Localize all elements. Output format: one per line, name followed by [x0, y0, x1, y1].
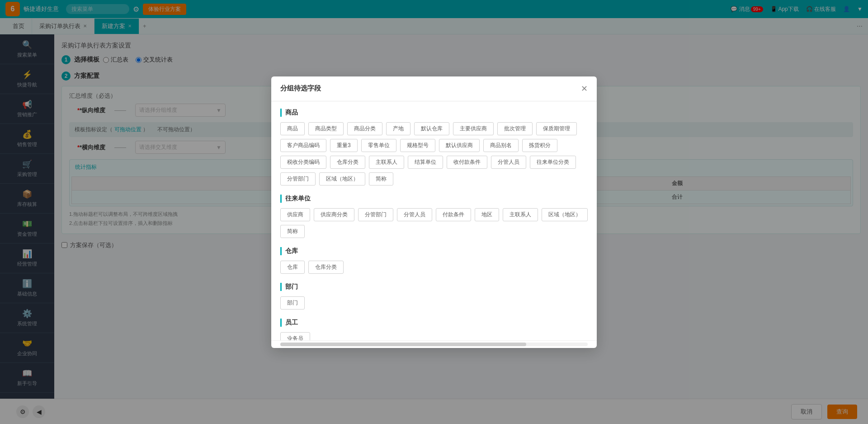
modal-body[interactable]: 商品 商品 商品类型 商品分类 产地 默认仓库 主要供应商 批次管理 保质期管理…	[271, 101, 597, 340]
chip-warehouse-0[interactable]: 仓库	[280, 261, 305, 274]
chip-partner-0[interactable]: 供应商	[280, 208, 310, 221]
chip-partner-6[interactable]: 主联系人	[503, 208, 538, 221]
field-section-product-title: 商品	[280, 109, 588, 117]
chip-product-12[interactable]: 默认供应商	[439, 139, 480, 152]
field-section-staff-title: 员工	[280, 319, 588, 327]
field-section-staff: 员工 业务员	[280, 319, 588, 340]
modal-hscroll-thumb[interactable]	[280, 343, 526, 346]
chip-partner-7[interactable]: 区域（地区）	[542, 208, 588, 221]
chip-product-17[interactable]: 主联系人	[369, 156, 404, 169]
chip-partner-4[interactable]: 付款条件	[436, 208, 471, 221]
chip-partner-8[interactable]: 简称	[280, 225, 305, 238]
field-section-dept: 部门 部门	[280, 283, 588, 310]
chip-product-7[interactable]: 保质期管理	[536, 122, 577, 135]
field-chips-warehouse: 仓库 仓库分类	[280, 261, 588, 274]
field-chips-partner: 供应商 供应商分类 分管部门 分管人员 付款条件 地区 主联系人 区域（地区） …	[280, 208, 588, 238]
chip-product-18[interactable]: 结算单位	[408, 156, 443, 169]
field-chips-staff: 业务员	[280, 332, 588, 340]
field-chips-product: 商品 商品类型 商品分类 产地 默认仓库 主要供应商 批次管理 保质期管理 客户…	[280, 122, 588, 186]
chip-partner-5[interactable]: 地区	[475, 208, 499, 221]
chip-product-9[interactable]: 重量3	[330, 139, 358, 152]
modal-hscroll-track	[280, 343, 588, 346]
chip-product-22[interactable]: 分管部门	[280, 172, 316, 186]
chip-product-20[interactable]: 分管人员	[491, 156, 526, 169]
chip-product-10[interactable]: 零售单位	[361, 139, 396, 152]
chip-product-13[interactable]: 商品别名	[483, 139, 519, 152]
field-section-warehouse: 仓库 仓库 仓库分类	[280, 247, 588, 274]
chip-product-0[interactable]: 商品	[280, 122, 305, 135]
field-section-product: 商品 商品 商品类型 商品分类 产地 默认仓库 主要供应商 批次管理 保质期管理…	[280, 109, 588, 186]
chip-product-2[interactable]: 商品分类	[347, 122, 382, 135]
chip-dept-0[interactable]: 部门	[280, 296, 305, 310]
chip-product-19[interactable]: 收付款条件	[447, 156, 487, 169]
chip-product-6[interactable]: 批次管理	[497, 122, 533, 135]
chip-product-3[interactable]: 产地	[386, 122, 410, 135]
chip-product-14[interactable]: 拣货积分	[522, 139, 557, 152]
field-chips-dept: 部门	[280, 296, 588, 310]
chip-product-21[interactable]: 往来单位分类	[530, 156, 576, 169]
field-section-dept-title: 部门	[280, 283, 588, 291]
chip-staff-0[interactable]: 业务员	[280, 332, 310, 340]
chip-partner-3[interactable]: 分管人员	[397, 208, 432, 221]
chip-product-8[interactable]: 客户商品编码	[280, 139, 326, 152]
chip-product-1[interactable]: 商品类型	[308, 122, 344, 135]
field-section-partner: 往来单位 供应商 供应商分类 分管部门 分管人员 付款条件 地区 主联系人 区域…	[280, 195, 588, 238]
chip-product-16[interactable]: 仓库分类	[330, 156, 365, 169]
modal-header: 分组待选字段 ✕	[271, 76, 597, 101]
chip-product-15[interactable]: 税收分类编码	[280, 156, 326, 169]
chip-product-5[interactable]: 主要供应商	[453, 122, 494, 135]
chip-partner-2[interactable]: 分管部门	[358, 208, 393, 221]
field-section-warehouse-title: 仓库	[280, 247, 588, 255]
modal-title: 分组待选字段	[280, 84, 321, 93]
modal: 分组待选字段 ✕ 商品 商品 商品类型 商品分类 产地 默认仓库 主要供应商 批…	[271, 76, 597, 348]
chip-product-23[interactable]: 区域（地区）	[319, 172, 365, 186]
chip-partner-1[interactable]: 供应商分类	[314, 208, 354, 221]
field-section-partner-title: 往来单位	[280, 195, 588, 203]
modal-overlay: 分组待选字段 ✕ 商品 商品 商品类型 商品分类 产地 默认仓库 主要供应商 批…	[0, 0, 868, 424]
modal-hscroll-bar[interactable]	[271, 340, 597, 348]
chip-product-11[interactable]: 规格型号	[400, 139, 435, 152]
modal-close-button[interactable]: ✕	[581, 84, 588, 94]
chip-product-4[interactable]: 默认仓库	[414, 122, 449, 135]
chip-warehouse-1[interactable]: 仓库分类	[308, 261, 344, 274]
chip-product-24[interactable]: 简称	[369, 172, 393, 186]
